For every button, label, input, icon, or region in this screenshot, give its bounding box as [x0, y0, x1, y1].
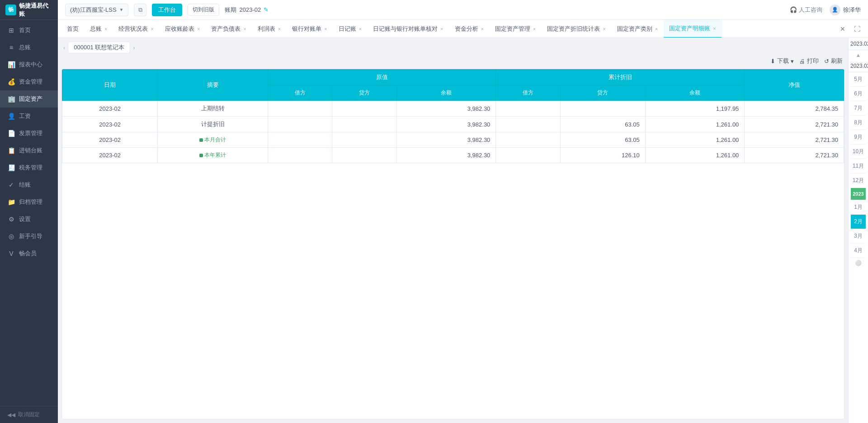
sidebar-label-general-ledger: 总账 [19, 43, 31, 52]
sidebar-item-payroll[interactable]: 👤 工资 [0, 108, 58, 125]
month-item-2022-7月[interactable]: 7月 [851, 101, 866, 116]
tab-journal-bank-check[interactable]: 日记账与银行对账单核对× [368, 20, 449, 38]
cell-accum-debit [496, 132, 560, 148]
asset-prev-button[interactable]: ‹ [63, 44, 65, 51]
sidebar-item-invoice-mgmt[interactable]: 📄 发票管理 [0, 125, 58, 142]
month-item-2022-10月[interactable]: 10月 [851, 145, 866, 159]
month-item-2022-8月[interactable]: 8月 [851, 116, 866, 130]
sidebar-label-member: 畅会员 [19, 249, 37, 258]
sidebar-item-member[interactable]: V 畅会员 [0, 245, 58, 262]
tab-close-capital-analysis[interactable]: × [481, 26, 484, 32]
tab-asset-liability[interactable]: 资产负债表× [206, 20, 252, 38]
expand-tabs-button[interactable]: ⛶ [852, 24, 863, 34]
sidebar-item-settings[interactable]: ⚙ 设置 [0, 211, 58, 228]
month-item-2022-9月[interactable]: 9月 [851, 130, 866, 145]
tab-general-ledger[interactable]: 总账× [85, 20, 113, 38]
tab-close-fixed-asset-type[interactable]: × [655, 26, 658, 32]
asset-next-button[interactable]: › [133, 44, 135, 51]
tab-close-fixed-asset-depreciation[interactable]: × [603, 26, 605, 32]
sidebar-item-report-center[interactable]: 📊 报表中心 [0, 56, 58, 73]
sidebar-item-fixed-asset[interactable]: 🏢 固定资产 [0, 90, 58, 108]
month-item-2023-4月[interactable]: 4月 [851, 244, 866, 258]
asset-code: 000001 [74, 44, 93, 51]
user-avatar: 👤 [830, 5, 840, 15]
sidebar-item-home[interactable]: ⊞ 首页 [0, 22, 58, 39]
sidebar-label-beginner-guide: 新手引导 [19, 232, 42, 240]
table-row: 2023-02 本月合计 3,982.30 63.05 1,261.00 2,7… [62, 132, 844, 148]
tab-fixed-asset-mgmt[interactable]: 固定资产管理× [490, 20, 542, 38]
tab-receivable[interactable]: 应收账龄表× [160, 20, 206, 38]
col-description: 摘要 [158, 70, 268, 101]
workbench-button[interactable]: 工作台 [152, 4, 182, 16]
download-button[interactable]: ⬇ 下载 ▾ [770, 57, 794, 65]
month-item-2022-12月[interactable]: 12月 [851, 174, 866, 188]
cell-accum-credit: 126.10 [560, 148, 645, 163]
tab-fixed-asset-type[interactable]: 固定资产类别× [612, 20, 664, 38]
period-info: 账期 2023-02 ✎ [225, 6, 269, 14]
col-accum-balance: 余额 [645, 85, 745, 101]
close-all-tabs-button[interactable]: ✕ [837, 24, 848, 34]
sidebar-icon-sales-ledger: 📋 [7, 147, 15, 154]
tab-fixed-asset-depreciation[interactable]: 固定资产折旧统计表× [542, 20, 611, 38]
tab-journal[interactable]: 日记账× [333, 20, 368, 38]
sidebar-label-invoice-mgmt: 发票管理 [19, 129, 42, 137]
tab-close-business-status[interactable]: × [151, 26, 153, 32]
user-info[interactable]: 👤 徐泽华 [830, 5, 861, 15]
tab-label-journal: 日记账 [339, 25, 356, 33]
sidebar-unpin[interactable]: ◀◀ 取消固定 [0, 406, 58, 423]
tab-fixed-asset-detail[interactable]: 固定资产明细账× [664, 20, 722, 38]
sidebar-item-general-ledger[interactable]: ≡ 总账 [0, 39, 58, 56]
switch-version-button[interactable]: 切到旧版 [188, 4, 219, 16]
tab-close-fixed-asset-mgmt[interactable]: × [533, 26, 536, 32]
scroll-up-button[interactable]: ▲ [849, 50, 868, 60]
month-item-2023-2月[interactable]: 2月 [851, 215, 866, 229]
cell-date: 2023-02 [62, 132, 158, 148]
tab-close-profit[interactable]: × [278, 26, 281, 32]
period-edit-icon[interactable]: ✎ [264, 6, 269, 13]
download-label: 下载 [777, 57, 789, 65]
tab-label-asset-liability: 资产负债表 [211, 25, 241, 33]
month-item-2023-3月[interactable]: 3月 [851, 229, 866, 244]
tab-close-asset-liability[interactable]: × [243, 26, 246, 32]
logo-icon: 畅 [5, 5, 16, 15]
month-item-2023-1月[interactable]: 1月 [851, 200, 866, 215]
sidebar-icon-capital-mgmt: 💰 [7, 78, 15, 85]
copy-button[interactable]: ⧉ [134, 4, 146, 16]
refresh-button[interactable]: ↺ 刷新 [824, 57, 843, 65]
tab-profit[interactable]: 利润表× [252, 20, 287, 38]
header-right: 🎧 人工咨询 👤 徐泽华 [790, 5, 861, 15]
sidebar-item-capital-mgmt[interactable]: 💰 资金管理 [0, 73, 58, 90]
sidebar-item-tax-mgmt[interactable]: 🧾 税务管理 [0, 159, 58, 176]
tab-close-bank-statement[interactable]: × [324, 26, 327, 32]
tab-close-general-ledger[interactable]: × [104, 26, 107, 32]
sidebar-icon-tax-mgmt: 🧾 [7, 164, 15, 171]
tab-bank-statement[interactable]: 银行对账单× [287, 20, 333, 38]
company-selector[interactable]: (劝)江西服宝-LSS ▼ [65, 4, 128, 16]
tab-capital-analysis[interactable]: 资金分析× [449, 20, 490, 38]
sidebar-item-sales-ledger[interactable]: 📋 进销台账 [0, 142, 58, 159]
tab-business-status[interactable]: 经营状况表× [113, 20, 159, 38]
top-header: (劝)江西服宝-LSS ▼ ⧉ 工作台 切到旧版 账期 2023-02 ✎ 🎧 … [58, 0, 868, 20]
print-button[interactable]: 🖨 打印 [799, 57, 819, 65]
tab-close-receivable[interactable]: × [197, 26, 200, 32]
sidebar-label-settings: 设置 [19, 215, 31, 223]
sidebar-icon-fixed-asset: 🏢 [7, 95, 15, 103]
month-item-2022-11月[interactable]: 11月 [851, 159, 866, 174]
sidebar-nav: ⊞ 首页 ≡ 总账 📊 报表中心 💰 资金管理 🏢 固定资产 👤 工资 📄 发票… [0, 20, 58, 406]
sidebar-item-beginner-guide[interactable]: ◎ 新手引导 [0, 228, 58, 245]
scroll-down-button[interactable]: ⚪ [851, 258, 866, 268]
refresh-icon: ↺ [824, 58, 829, 65]
month-item-2022-6月[interactable]: 6月 [851, 87, 866, 101]
month-item-2022-5月[interactable]: 5月 [851, 72, 866, 87]
tab-close-fixed-asset-detail[interactable]: × [713, 26, 716, 31]
tab-home[interactable]: 首页 [61, 20, 85, 38]
tab-label-fixed-asset-depreciation: 固定资产折旧统计表 [547, 25, 600, 33]
tab-close-journal-bank-check[interactable]: × [440, 26, 443, 32]
table-row: 2023-02 上期结转 3,982.30 1,197.95 2,784.35 [62, 101, 844, 117]
support-link[interactable]: 🎧 人工咨询 [790, 6, 822, 14]
sidebar-icon-general-ledger: ≡ [7, 44, 15, 51]
sidebar-item-archive-mgmt[interactable]: 📁 归档管理 [0, 193, 58, 211]
refresh-label: 刷新 [831, 57, 843, 65]
tab-close-journal[interactable]: × [359, 26, 362, 32]
sidebar-item-settlement[interactable]: ✓ 结账 [0, 176, 58, 193]
